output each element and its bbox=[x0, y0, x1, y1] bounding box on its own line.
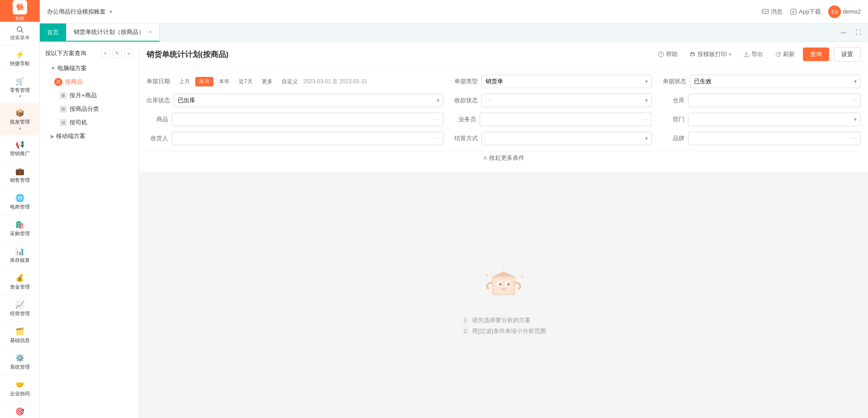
sales-icon: 💼 bbox=[15, 166, 24, 176]
stock-status-arrow: ▾ bbox=[437, 97, 439, 104]
date-custom[interactable]: 自定义 bbox=[278, 77, 302, 86]
tree-group-mobile-label: 移动端方案 bbox=[56, 132, 85, 140]
sidebar-logo[interactable]: 畅 标账 bbox=[0, 0, 40, 22]
date-this-month[interactable]: 本月 bbox=[195, 77, 213, 86]
filter-stock-status: 出库状态 已出库 ▾ bbox=[146, 94, 443, 107]
doc-status-control[interactable]: 已生效 ▾ bbox=[690, 75, 861, 88]
warehouse-label: 仓库 bbox=[663, 96, 688, 104]
tab-home[interactable]: 首页 bbox=[40, 24, 66, 42]
brand-control[interactable]: ··· bbox=[688, 132, 861, 145]
filter-row-3: 商品 ··· 业务员 ··· bbox=[146, 113, 861, 126]
tab-maximize-btn[interactable]: ⛶ bbox=[852, 26, 864, 39]
template-print-btn[interactable]: 按模板打印 ▾ bbox=[686, 48, 735, 60]
tree-arrow-pc: ▼ bbox=[51, 66, 56, 71]
tab-active-label: 销货单统计计划（按商品） bbox=[74, 28, 144, 36]
tab-minimize-btn[interactable]: — bbox=[837, 26, 850, 39]
warehouse-control[interactable]: ··· bbox=[688, 94, 861, 107]
by-category-label: 按商品分类 bbox=[70, 105, 99, 113]
enterprise-label: 企业协同 bbox=[10, 390, 30, 397]
sidebar-item-ecommerce[interactable]: 🌐 电商管理 bbox=[0, 189, 40, 215]
product-control[interactable]: ··· bbox=[172, 113, 443, 126]
collapse-panel-btn[interactable]: « bbox=[124, 49, 133, 58]
filter-payment-status: 收款状态 ··· ▾ bbox=[454, 94, 652, 107]
left-panel: 按以下方案查询 + ✎ « ▼ 电脑端方案 按 按商品 ⊞ 按月+商品 bbox=[40, 42, 139, 418]
payment-status-control[interactable]: ··· ▾ bbox=[481, 94, 652, 107]
sidebar-item-newbie[interactable]: 🎯 新手引导 bbox=[0, 402, 40, 418]
user-menu-btn[interactable]: Ea demo2 bbox=[828, 5, 861, 18]
tree-item-by-month-product[interactable]: ⊞ 按月+商品 bbox=[40, 89, 139, 102]
tree-group-pc[interactable]: ▼ 电脑端方案 bbox=[40, 62, 139, 75]
sidebar-item-basic[interactable]: 🗂️ 基础信息 bbox=[0, 322, 40, 349]
retail-arrow: ▾ bbox=[19, 94, 21, 99]
date-this-year[interactable]: 本年 bbox=[215, 77, 233, 86]
sidebar-item-enterprise[interactable]: 🤝 企业协同 bbox=[0, 375, 40, 402]
hint-1: 1 请先选择要分析的方案 bbox=[461, 316, 546, 324]
salesperson-control[interactable]: ··· bbox=[480, 113, 652, 126]
help-icon bbox=[658, 51, 664, 57]
sidebar-item-purchase[interactable]: 🛍️ 采购管理 bbox=[0, 215, 40, 242]
user-name: demo2 bbox=[843, 8, 861, 15]
receiver-label: 收货人 bbox=[146, 134, 172, 142]
department-control[interactable]: ▾ bbox=[688, 113, 861, 126]
export-btn[interactable]: 导出 bbox=[740, 48, 767, 60]
print-dropdown-icon[interactable]: ▾ bbox=[729, 52, 731, 57]
tree-item-by-machine[interactable]: ⊟ 按司机 bbox=[40, 116, 139, 129]
help-btn[interactable]: 帮助 bbox=[654, 48, 681, 60]
wholesale-icon: 📦 bbox=[15, 108, 24, 117]
date-more[interactable]: 更多 bbox=[258, 77, 276, 86]
query-btn[interactable]: 查询 bbox=[803, 48, 829, 61]
tree-item-by-product[interactable]: 按 按商品 bbox=[40, 75, 139, 89]
messages-btn[interactable]: 消息 bbox=[762, 8, 783, 16]
sidebar-item-system[interactable]: ⚙️ 系统管理 bbox=[0, 349, 40, 375]
tree-group-mobile[interactable]: ▶ 移动端方案 bbox=[40, 129, 139, 143]
date-last-month[interactable]: 上月 bbox=[175, 77, 193, 86]
add-scheme-btn[interactable]: + bbox=[101, 49, 110, 58]
svg-rect-2 bbox=[762, 9, 768, 13]
payment-status-arrow: ▾ bbox=[645, 97, 648, 104]
stock-status-control[interactable]: 已出库 ▾ bbox=[174, 94, 443, 107]
app-title-dropdown[interactable]: ▾ bbox=[109, 9, 112, 15]
hint-2: 2 用[过滤]条件来缩小分析范围 bbox=[461, 327, 546, 335]
receiver-control[interactable]: ··· bbox=[172, 132, 443, 145]
top-header: 办公用品行业模拟账套 ▾ 消息 App下载 Ea demo2 bbox=[40, 0, 868, 24]
tab-active[interactable]: 销货单统计计划（按商品） × bbox=[66, 24, 160, 42]
brand-label: 品牌 bbox=[663, 134, 688, 142]
tree-item-by-category[interactable]: ⊟ 按商品分类 bbox=[40, 102, 139, 116]
operations-icon: 📈 bbox=[15, 300, 24, 309]
quicknav-label: 快捷导航 bbox=[10, 60, 30, 67]
sidebar-item-finance[interactable]: 💰 资金管理 bbox=[0, 269, 40, 295]
sidebar-item-wholesale[interactable]: 📦 批发管理 ▴ bbox=[0, 104, 40, 135]
tab-close-btn[interactable]: × bbox=[149, 29, 152, 35]
edit-scheme-btn[interactable]: ✎ bbox=[113, 49, 122, 58]
date-range-display: 2023-03-01 至 2023-03-31 bbox=[303, 78, 367, 86]
filter-row-2: 出库状态 已出库 ▾ 收款状态 ··· ▾ bbox=[146, 94, 861, 107]
department-label: 部门 bbox=[663, 115, 688, 124]
sidebar-item-inventory[interactable]: 📊 库存核算 bbox=[0, 242, 40, 269]
sales-label: 销售管理 bbox=[10, 177, 30, 184]
payment-status-dots: ··· bbox=[486, 96, 491, 104]
filter-receiver: 收货人 ··· bbox=[146, 132, 443, 145]
collapse-more-btn[interactable]: ∧ 收起更多条件 bbox=[146, 151, 861, 165]
sidebar-item-quicknav[interactable]: ⚡ 快捷导航 bbox=[0, 45, 40, 72]
app-download-btn[interactable]: App下载 bbox=[790, 8, 821, 16]
header-right: 消息 App下载 Ea demo2 bbox=[762, 5, 861, 18]
settings-btn[interactable]: 设置 bbox=[834, 47, 861, 62]
sidebar-item-operations[interactable]: 📈 经营管理 bbox=[0, 295, 40, 322]
svg-rect-8 bbox=[494, 278, 514, 294]
salesperson-label: 业务员 bbox=[454, 115, 480, 124]
date-7days[interactable]: 近7天 bbox=[235, 77, 256, 86]
settlement-control[interactable]: ▾ bbox=[481, 132, 652, 145]
sidebar-item-marketing[interactable]: 📢 营销推广 bbox=[0, 135, 40, 162]
svg-point-14 bbox=[508, 283, 509, 284]
stock-status-label: 出库状态 bbox=[146, 96, 174, 104]
refresh-btn[interactable]: 刷新 bbox=[771, 48, 798, 60]
salesperson-dots: ··· bbox=[642, 115, 648, 124]
filter-settlement: 结算方式 ▾ bbox=[454, 132, 652, 145]
sidebar-item-retail[interactable]: 🛒 零售管理 ▾ bbox=[0, 72, 40, 104]
search-menu-item[interactable]: 搜索菜单 bbox=[0, 22, 40, 45]
left-panel-header: 按以下方案查询 + ✎ « bbox=[40, 45, 139, 62]
empty-illustration: ✦ ✦ ✦ bbox=[476, 253, 531, 307]
sidebar-item-sales[interactable]: 💼 销售管理 bbox=[0, 162, 40, 189]
doc-type-control[interactable]: 销货单 ▾ bbox=[481, 75, 652, 88]
by-category-icon: ⊟ bbox=[60, 105, 67, 113]
